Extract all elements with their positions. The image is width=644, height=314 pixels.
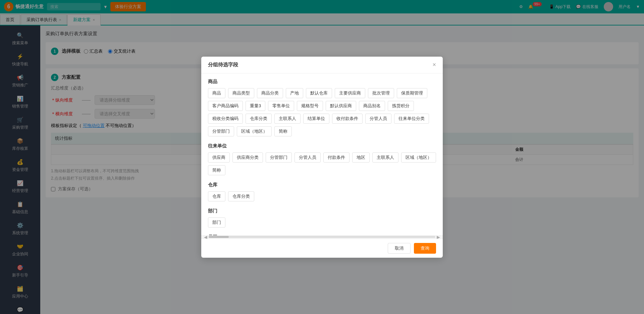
field-group-warehouse: 仓库 仓库 仓库分类 bbox=[208, 182, 436, 201]
field-tag[interactable]: 地区 bbox=[352, 152, 370, 163]
field-tag[interactable]: 分管人员 bbox=[294, 152, 321, 163]
modal: 分组待选字段 × 商品 商品 商品类型 商品分类 产地 默认仓库 主要供应商 批… bbox=[201, 57, 443, 258]
field-group-product: 商品 商品 商品类型 商品分类 产地 默认仓库 主要供应商 批次管理 保质期管理… bbox=[208, 79, 436, 136]
field-tag[interactable]: 简称 bbox=[208, 165, 225, 175]
field-tag[interactable]: 收付款条件 bbox=[332, 114, 363, 124]
hscroll-thumb[interactable] bbox=[209, 236, 229, 238]
hscroll-bar[interactable] bbox=[209, 236, 435, 238]
field-tag[interactable]: 部门 bbox=[208, 217, 225, 228]
field-group-product-title: 商品 bbox=[208, 79, 436, 85]
field-tag[interactable]: 供应商 bbox=[208, 152, 230, 163]
field-tags-product: 商品 商品类型 商品分类 产地 默认仓库 主要供应商 批次管理 保质期管理 客户… bbox=[208, 88, 436, 136]
field-tag[interactable]: 拣货积分 bbox=[388, 101, 414, 111]
field-tag[interactable]: 税收分类编码 bbox=[208, 114, 243, 124]
field-tag[interactable]: 零售单位 bbox=[268, 101, 294, 111]
field-tag[interactable]: 仓库 bbox=[208, 191, 225, 201]
field-tags-counterparty: 供应商 供应商分类 分管部门 分管人员 付款条件 地区 主联系人 区域（地区） … bbox=[208, 152, 436, 175]
field-tag[interactable]: 保质期管理 bbox=[397, 88, 427, 98]
field-tags-department: 部门 bbox=[208, 217, 436, 228]
field-tag[interactable]: 往来单位分类 bbox=[394, 114, 429, 124]
field-group-counterparty-title: 往来单位 bbox=[208, 143, 436, 149]
field-tag[interactable]: 主联系人 bbox=[274, 114, 301, 124]
field-tag[interactable]: 仓库分类 bbox=[228, 191, 254, 201]
modal-hscroll[interactable]: ◀ ▶ bbox=[201, 235, 443, 239]
cancel-button[interactable]: 取消 bbox=[388, 243, 411, 254]
field-tag[interactable]: 供应商分类 bbox=[232, 152, 263, 163]
field-tag[interactable]: 分管人员 bbox=[365, 114, 391, 124]
field-tag[interactable]: 客户商品编码 bbox=[208, 101, 243, 111]
modal-close-button[interactable]: × bbox=[432, 61, 436, 68]
field-tag[interactable]: 重量3 bbox=[246, 101, 265, 111]
field-tag[interactable]: 商品类型 bbox=[228, 88, 254, 98]
field-group-department: 部门 部门 bbox=[208, 208, 436, 228]
field-tag[interactable]: 产地 bbox=[286, 88, 303, 98]
field-tags-warehouse: 仓库 仓库分类 bbox=[208, 191, 436, 201]
field-tag[interactable]: 商品 bbox=[208, 88, 225, 98]
modal-footer: 取消 查询 bbox=[201, 239, 443, 258]
field-tag[interactable]: 结算单位 bbox=[303, 114, 329, 124]
field-tag[interactable]: 仓库分类 bbox=[246, 114, 272, 124]
field-group-warehouse-title: 仓库 bbox=[208, 182, 436, 188]
field-tag[interactable]: 规格型号 bbox=[297, 101, 323, 111]
field-tag[interactable]: 默认供应商 bbox=[326, 101, 356, 111]
field-tag[interactable]: 主联系人 bbox=[372, 152, 398, 163]
modal-body[interactable]: 商品 商品 商品类型 商品分类 产地 默认仓库 主要供应商 批次管理 保质期管理… bbox=[201, 73, 443, 235]
modal-overlay: 分组待选字段 × 商品 商品 商品类型 商品分类 产地 默认仓库 主要供应商 批… bbox=[0, 0, 644, 314]
field-tag[interactable]: 区域（地区） bbox=[237, 126, 272, 136]
field-tag[interactable]: 简称 bbox=[274, 126, 292, 136]
modal-header: 分组待选字段 × bbox=[201, 57, 443, 73]
field-tag[interactable]: 区域（地区） bbox=[401, 152, 436, 163]
field-tag[interactable]: 主要供应商 bbox=[335, 88, 365, 98]
field-tag[interactable]: 商品分类 bbox=[257, 88, 283, 98]
field-tag[interactable]: 分管部门 bbox=[208, 126, 234, 136]
field-tag[interactable]: 商品别名 bbox=[359, 101, 385, 111]
field-group-department-title: 部门 bbox=[208, 208, 436, 214]
field-tag[interactable]: 付款条件 bbox=[323, 152, 350, 163]
field-tag[interactable]: 批次管理 bbox=[368, 88, 394, 98]
field-group-counterparty: 往来单位 供应商 供应商分类 分管部门 分管人员 付款条件 地区 主联系人 区域… bbox=[208, 143, 436, 175]
modal-title: 分组待选字段 bbox=[208, 62, 238, 68]
field-tag[interactable]: 默认仓库 bbox=[306, 88, 332, 98]
field-tag[interactable]: 分管部门 bbox=[266, 152, 292, 163]
confirm-button[interactable]: 查询 bbox=[414, 243, 436, 254]
